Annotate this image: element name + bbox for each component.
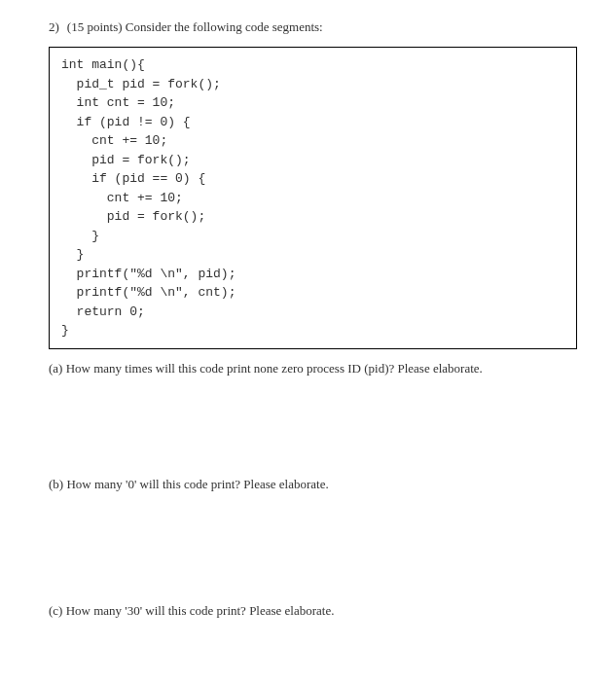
code-block: int main(){ pid_t pid = fork(); int cnt … [49,47,577,349]
question-header: 2) (15 points) Consider the following co… [49,19,577,35]
question-number: 2) [49,19,59,35]
sub-question-b: (b) How many '0' will this code print? P… [49,475,577,494]
question-points: (15 points) Consider the following code … [67,19,323,35]
sub-question-a: (a) How many times will this code print … [49,359,577,378]
sub-question-c: (c) How many '30' will this code print? … [49,601,577,621]
